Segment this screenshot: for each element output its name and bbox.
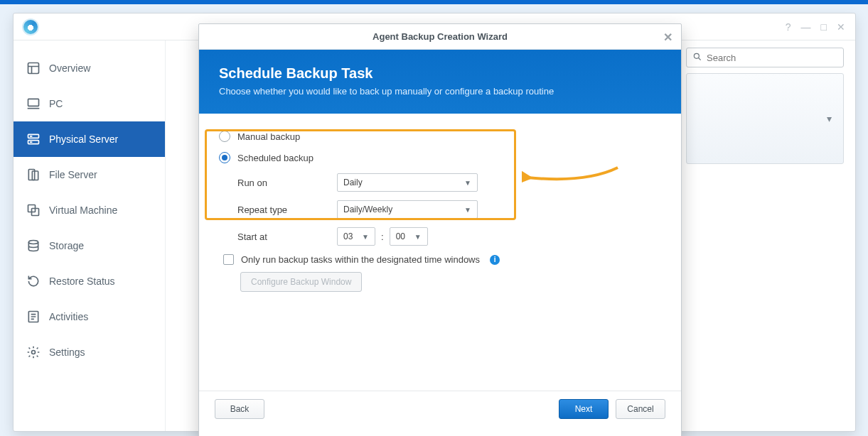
sidebar-item-label: Storage	[49, 240, 84, 251]
search-input[interactable]	[707, 53, 837, 63]
radio-label: Manual backup	[237, 131, 300, 142]
virtual-machine-icon	[26, 203, 41, 217]
time-separator: :	[381, 231, 384, 242]
select-run-on[interactable]: Daily ▼	[337, 173, 478, 192]
close-icon[interactable]: ✕	[663, 31, 673, 44]
select-value: Daily	[343, 178, 363, 187]
restore-status-icon	[26, 274, 41, 288]
radio-icon	[219, 152, 230, 163]
dropdown-icon: ▼	[464, 206, 471, 214]
configure-backup-window-button: Configure Backup Window	[240, 272, 362, 292]
label-run-on: Run on	[237, 178, 337, 188]
wizard-heading: Schedule Backup Task	[219, 65, 661, 82]
app-window: ? — □ ✕ Overview PC Physical Server	[13, 13, 856, 432]
window-controls: ? — □ ✕	[786, 21, 850, 33]
minimize-icon[interactable]: —	[801, 21, 811, 33]
select-value: 03	[343, 231, 353, 241]
app-logo-icon	[22, 18, 39, 36]
wizard-header: Schedule Backup Task Choose whether you …	[199, 50, 681, 114]
next-button[interactable]: Next	[559, 399, 609, 419]
select-value: Daily/Weekly	[343, 205, 392, 214]
dropdown-icon: ▼	[414, 233, 422, 241]
cancel-button[interactable]: Cancel	[616, 399, 665, 419]
pc-icon	[26, 97, 41, 111]
sidebar-item-label: Restore Status	[49, 276, 115, 287]
back-button[interactable]: Back	[215, 399, 264, 419]
storage-icon	[26, 239, 41, 253]
wizard-subheading: Choose whether you would like to back up…	[219, 86, 661, 97]
sidebar-item-storage[interactable]: Storage	[14, 228, 165, 263]
summary-card[interactable]: ▾	[686, 73, 844, 164]
sidebar-item-virtual-machine[interactable]: Virtual Machine	[14, 192, 165, 228]
label-start-at: Start at	[237, 231, 337, 242]
chevron-down-icon: ▾	[827, 113, 832, 124]
svg-point-8	[28, 241, 38, 244]
file-server-icon	[26, 168, 41, 182]
radio-label: Scheduled backup	[237, 153, 314, 163]
wizard-title: Agent Backup Creation Wizard	[373, 31, 508, 42]
sidebar-item-physical-server[interactable]: Physical Server	[14, 121, 165, 157]
select-start-hour[interactable]: 03 ▼	[337, 227, 375, 246]
svg-point-10	[32, 351, 36, 354]
svg-rect-1	[28, 99, 39, 106]
sidebar-item-settings[interactable]: Settings	[14, 334, 165, 370]
wizard-body: Manual backup Scheduled backup Run on Da…	[199, 114, 681, 391]
wizard-footer: Back Next Cancel	[199, 391, 681, 426]
sidebar-item-file-server[interactable]: File Server	[14, 157, 165, 192]
checkbox-time-window[interactable]: Only run backup tasks within the designa…	[219, 254, 661, 265]
radio-manual-backup[interactable]: Manual backup	[219, 131, 661, 142]
svg-point-11	[694, 53, 699, 58]
gear-icon	[26, 345, 41, 359]
sidebar-item-label: Activities	[49, 311, 88, 322]
search-box[interactable]	[686, 48, 844, 67]
label-repeat-type: Repeat type	[237, 205, 337, 215]
dropdown-icon: ▼	[464, 179, 471, 187]
wizard-titlebar: Agent Backup Creation Wizard ✕	[199, 24, 681, 50]
radio-icon	[219, 131, 230, 142]
sidebar-item-overview[interactable]: Overview	[14, 50, 165, 86]
help-icon[interactable]: ?	[786, 21, 791, 33]
info-icon[interactable]: i	[490, 255, 500, 265]
overview-icon	[26, 61, 41, 75]
select-start-minute[interactable]: 00 ▼	[390, 227, 428, 246]
sidebar-item-pc[interactable]: PC	[14, 86, 165, 121]
radio-scheduled-backup[interactable]: Scheduled backup	[219, 152, 661, 163]
svg-rect-3	[28, 141, 39, 144]
activities-icon	[26, 310, 41, 324]
svg-rect-0	[28, 63, 39, 74]
sidebar: Overview PC Physical Server File Server …	[14, 40, 166, 431]
search-icon	[692, 52, 702, 64]
physical-server-icon	[26, 132, 41, 146]
dropdown-icon: ▼	[362, 233, 369, 241]
sidebar-item-label: PC	[49, 98, 63, 109]
sidebar-item-activities[interactable]: Activities	[14, 299, 165, 334]
sidebar-item-label: Physical Server	[49, 133, 118, 145]
checkbox-icon	[223, 254, 234, 265]
select-repeat-type[interactable]: Daily/Weekly ▼	[337, 200, 478, 219]
sidebar-item-restore-status[interactable]: Restore Status	[14, 263, 165, 299]
select-value: 00	[396, 231, 405, 241]
wizard-modal: Agent Backup Creation Wizard ✕ Schedule …	[198, 23, 682, 436]
checkbox-label: Only run backup tasks within the designa…	[241, 254, 480, 265]
close-icon[interactable]: ✕	[837, 21, 845, 33]
sidebar-item-label: Settings	[49, 347, 85, 358]
sidebar-item-label: Virtual Machine	[49, 205, 117, 216]
scheduled-form: Run on Daily ▼ Repeat type Daily/Weekly …	[219, 173, 661, 246]
svg-rect-2	[28, 134, 39, 138]
sidebar-item-label: File Server	[49, 169, 97, 180]
sidebar-item-label: Overview	[49, 62, 90, 74]
maximize-icon[interactable]: □	[821, 21, 827, 33]
